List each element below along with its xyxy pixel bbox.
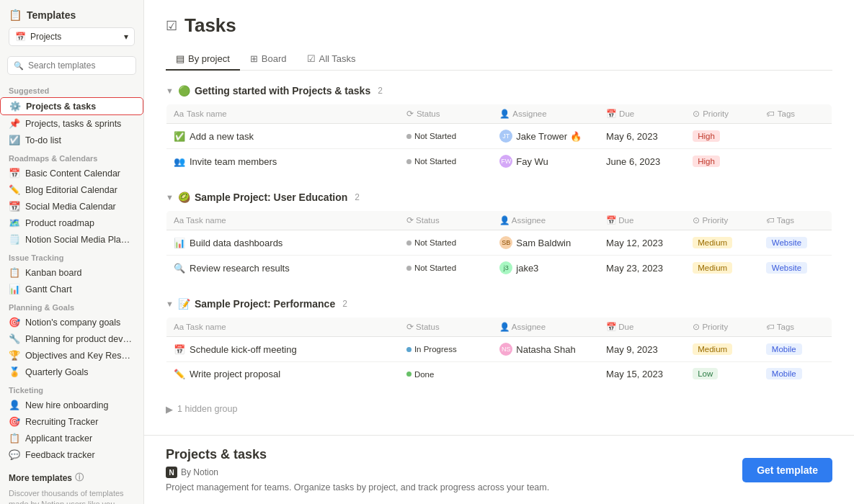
sidebar-item-label: To-do list xyxy=(25,135,135,145)
sidebar-item-recruiting-tracker[interactable]: 🎯 Recruiting Tracker xyxy=(0,413,143,430)
sidebar: 📋 Templates 📅 Projects ▾ 🔍 Suggested ⚙️ … xyxy=(0,0,144,504)
sidebar-item-feedback-tracker[interactable]: 💬 Feedback tracker xyxy=(0,446,143,463)
applicant-icon: 📋 xyxy=(9,433,20,444)
sidebar-item-label: Notion Social Media Planner xyxy=(25,235,135,245)
issue-label: Issue Tracking xyxy=(0,248,143,264)
sidebar-item-projects-tasks[interactable]: ⚙️ Projects & tasks xyxy=(0,97,143,115)
suggested-label: Suggested xyxy=(0,81,143,97)
task-name: Add a new task xyxy=(190,131,254,142)
templates-icon: 📋 xyxy=(9,9,22,22)
status-icon: ⟳ xyxy=(406,109,414,119)
due-date: June 6, 2023 xyxy=(606,156,660,167)
sidebar-item-kanban-board[interactable]: 📋 Kanban board xyxy=(0,264,143,281)
tab-all-tasks[interactable]: ☑ All Tasks xyxy=(297,48,366,71)
sidebar-item-projects-tasks-sprints[interactable]: 📌 Projects, tasks & sprints xyxy=(0,115,143,132)
sidebar-item-notion-social-media[interactable]: 🗒️ Notion Social Media Planner xyxy=(0,231,143,248)
task-due-cell: May 9, 2023 xyxy=(599,337,685,362)
main-content: ☑ Tasks ▤ By project ⊞ Board ☑ All Tasks… xyxy=(144,0,854,435)
sidebar-item-planning-product[interactable]: 🔧 Planning for product develop... xyxy=(0,330,143,347)
status-dot xyxy=(406,134,412,139)
task-name-cell: ✏️Write project proposal xyxy=(166,362,399,387)
sidebar-item-okr[interactable]: 🏆 Objectives and Key Results xyxy=(0,347,143,364)
get-template-button[interactable]: Get template xyxy=(742,458,832,482)
sidebar-item-quarterly-goals[interactable]: 🏅 Quarterly Goals xyxy=(0,364,143,380)
col-header-due: 📅 Due xyxy=(599,211,685,230)
avatar: NS xyxy=(499,343,512,356)
main-panel: ☑ Tasks ▤ By project ⊞ Board ☑ All Tasks… xyxy=(144,0,854,504)
footer-title: Projects & tasks xyxy=(166,447,549,462)
table-row[interactable]: 🔍Review research results Not Started j3j… xyxy=(166,256,832,281)
col-header-tags: 🏷 Tags xyxy=(759,104,832,124)
notion-n-letter: N xyxy=(169,469,174,477)
social-media-icon: 📆 xyxy=(9,201,20,212)
project-group-getting-started: ▼ 🟢 Getting started with Projects & task… xyxy=(166,82,832,174)
info-icon: ⓘ xyxy=(75,472,84,484)
task-name: Write project proposal xyxy=(190,369,280,379)
col-header-assignee: 👤 Assignee xyxy=(492,211,599,230)
quarterly-icon: 🏅 xyxy=(9,366,20,377)
table-row[interactable]: 📅Schedule kick-off meeting In Progress N… xyxy=(166,337,832,362)
priority-badge: Medium xyxy=(693,343,732,355)
task-priority-cell: Medium xyxy=(685,337,759,362)
task-assignee-cell: j3jake3 xyxy=(492,256,599,281)
project-group-performance: ▼ 📝 Sample Project: Performance 2 Aa Tas… xyxy=(166,295,832,387)
sidebar-item-gantt-chart[interactable]: 📊 Gantt Chart xyxy=(0,281,143,297)
footer-description: Project management for teams. Organize t… xyxy=(166,482,549,492)
goals-icon: 🎯 xyxy=(9,317,20,328)
sidebar-item-basic-content-calendar[interactable]: 📅 Basic Content Calendar xyxy=(0,165,143,181)
table-row[interactable]: ✏️Write project proposal Done May 15, 20… xyxy=(166,362,832,387)
tag-badge: Website xyxy=(766,262,807,274)
projects-dropdown[interactable]: 📅 Projects ▾ xyxy=(9,27,135,46)
table-row[interactable]: 👥Invite team members Not Started FWFay W… xyxy=(166,149,832,174)
tab-label: By project xyxy=(188,53,230,64)
hidden-group-label: 1 hidden group xyxy=(177,404,237,414)
search-input[interactable] xyxy=(28,60,130,71)
project-group-header[interactable]: ▼ 📝 Sample Project: Performance 2 xyxy=(166,295,832,312)
status-dot xyxy=(406,347,412,352)
sidebar-item-applicant-tracker[interactable]: 📋 Applicant tracker xyxy=(0,430,143,446)
calendar-icon: 📅 xyxy=(9,168,20,179)
avatar: FW xyxy=(499,155,512,168)
sidebar-item-label: Objectives and Key Results xyxy=(25,351,135,361)
col-header-task: Aa Task name xyxy=(166,318,399,337)
table-row[interactable]: ✅Add a new task Not Started JTJake Trowe… xyxy=(166,124,832,149)
tag-badge: Mobile xyxy=(766,368,802,379)
tab-by-project[interactable]: ▤ By project xyxy=(166,48,240,71)
tab-board[interactable]: ⊞ Board xyxy=(240,48,297,71)
board-icon: ⊞ xyxy=(250,53,258,64)
status-text: In Progress xyxy=(414,345,457,354)
sidebar-item-blog-editorial-calendar[interactable]: ✏️ Blog Editorial Calendar xyxy=(0,181,143,198)
sidebar-item-company-goals[interactable]: 🎯 Notion's company goals xyxy=(0,314,143,330)
project-group-header[interactable]: ▼ 🟢 Getting started with Projects & task… xyxy=(166,82,832,99)
task-name: Schedule kick-off meeting xyxy=(190,344,297,355)
task-due-cell: June 6, 2023 xyxy=(599,149,685,174)
tab-label: Board xyxy=(262,53,287,64)
sidebar-item-new-hire[interactable]: 👤 New hire onboarding xyxy=(0,397,143,413)
planning-icon: 🔧 xyxy=(9,333,20,344)
task-priority-cell: Medium xyxy=(685,256,759,281)
sidebar-item-social-media-calendar[interactable]: 📆 Social Media Calendar xyxy=(0,198,143,215)
project-icon: 📝 xyxy=(178,298,190,310)
sidebar-item-to-do-list[interactable]: ☑️ To-do list xyxy=(0,132,143,148)
status-text: Not Started xyxy=(414,157,456,166)
footer-left: Projects & tasks N By Notion Project man… xyxy=(166,447,549,492)
sidebar-item-label: Notion's company goals xyxy=(25,318,135,328)
search-box[interactable]: 🔍 xyxy=(7,56,136,75)
project-icon: 🟢 xyxy=(178,85,190,96)
sidebar-item-product-roadmap[interactable]: 🗺️ Product roadmap xyxy=(0,215,143,231)
table-row[interactable]: 📊Build data dashboards Not Started SBSam… xyxy=(166,230,832,256)
tag-badge: Mobile xyxy=(766,343,802,355)
due-date: May 12, 2023 xyxy=(606,238,663,248)
dropdown-calendar-icon: 📅 xyxy=(15,32,26,42)
hidden-group[interactable]: ▶ 1 hidden group xyxy=(166,401,832,418)
col-header-priority: ⊙ Priority xyxy=(685,211,759,230)
project-group-user-education: ▼ 🥝 Sample Project: User Education 2 Aa … xyxy=(166,189,832,281)
task-assignee-cell: NSNatasha Shah xyxy=(492,337,599,362)
view-tabs: ▤ By project ⊞ Board ☑ All Tasks xyxy=(166,48,832,71)
sidebar-item-label: Gantt Chart xyxy=(25,284,135,294)
task-status-cell: In Progress xyxy=(399,337,492,362)
task-tags-cell: Mobile xyxy=(759,362,832,387)
sidebar-item-label: Applicant tracker xyxy=(25,433,135,444)
sidebar-item-label: Social Media Calendar xyxy=(25,202,135,212)
project-group-header[interactable]: ▼ 🥝 Sample Project: User Education 2 xyxy=(166,189,832,206)
